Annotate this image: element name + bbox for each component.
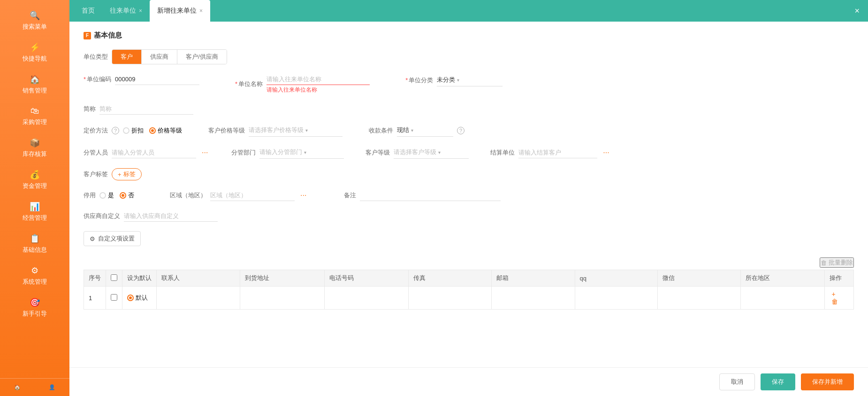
unit-code-input[interactable] bbox=[115, 74, 199, 85]
row-phone[interactable] bbox=[324, 287, 408, 310]
row-address-input[interactable] bbox=[245, 295, 319, 302]
sidebar-item-new-guide[interactable]: 🎯 新手引导 bbox=[0, 292, 69, 324]
row-region-input[interactable] bbox=[746, 295, 820, 302]
table-select-all[interactable] bbox=[111, 274, 117, 281]
pricing-discount-radio bbox=[123, 127, 129, 134]
row-phone-input[interactable] bbox=[329, 295, 404, 302]
row-region[interactable] bbox=[741, 287, 825, 310]
manager-row: 分管人员 ··· 分管部门 请输入分管部门 ▾ 客户等级 请选择客户等级 bbox=[84, 146, 854, 159]
row-contact-input[interactable] bbox=[161, 295, 235, 302]
row-default-radio-item[interactable]: 默认 bbox=[127, 294, 152, 302]
tab-new-partner-close[interactable]: × bbox=[199, 8, 203, 14]
customer-level-select[interactable]: 请选择客户等级 ▾ bbox=[394, 146, 469, 159]
save-button[interactable]: 保存 bbox=[761, 373, 795, 390]
sidebar-bottom-user[interactable]: 👤 bbox=[35, 382, 69, 392]
unit-code-label: 单位编码 bbox=[84, 75, 111, 84]
row-default-label: 默认 bbox=[136, 294, 148, 302]
cancel-button[interactable]: 取消 bbox=[719, 373, 755, 390]
supplier-custom-input[interactable] bbox=[124, 210, 218, 222]
payment-terms-help-icon[interactable]: ? bbox=[457, 127, 464, 134]
row-delete-button[interactable]: 🗑 bbox=[830, 298, 840, 305]
sidebar-item-quick-nav[interactable]: ⚡ 快捷导航 bbox=[0, 37, 69, 69]
pricing-discount-label: 折扣 bbox=[131, 126, 144, 135]
contact-table-wrap: 序号 设为默认 联系人 到货地址 电话号码 传真 邮箱 qq 微信 所在地区 操… bbox=[84, 270, 854, 310]
row-seq: 1 bbox=[84, 287, 106, 310]
add-tag-button[interactable]: + 标签 bbox=[112, 168, 142, 180]
sidebar-item-purchase[interactable]: 🛍 采购管理 bbox=[0, 101, 69, 132]
pricing-level-option[interactable]: 价格等级 bbox=[149, 126, 182, 135]
row-wechat[interactable] bbox=[657, 287, 740, 310]
disabled-no-option[interactable]: 否 bbox=[120, 191, 134, 200]
window-close-button[interactable]: × bbox=[851, 6, 863, 16]
manager-input[interactable] bbox=[112, 147, 196, 158]
col-check bbox=[106, 270, 122, 287]
payment-terms-select[interactable]: 现结 ▾ bbox=[397, 124, 453, 137]
disabled-yes-label: 是 bbox=[108, 191, 114, 200]
sidebar-bottom-home[interactable]: 🏠 bbox=[0, 382, 35, 392]
tab-partners[interactable]: 往来单位 × bbox=[102, 0, 150, 22]
custom-settings-button[interactable]: ⚙ 自定义项设置 bbox=[84, 231, 141, 246]
sidebar-item-search[interactable]: 🔍 搜索菜单 bbox=[0, 5, 69, 37]
tab-partners-close[interactable]: × bbox=[139, 8, 142, 14]
customer-price-level-select[interactable]: 请选择客户价格等级 ▾ bbox=[249, 124, 343, 137]
row-checkbox[interactable] bbox=[111, 294, 117, 301]
payment-terms-value: 现结 bbox=[397, 126, 409, 134]
row-contact[interactable] bbox=[157, 287, 240, 310]
disabled-yes-option[interactable]: 是 bbox=[99, 191, 114, 200]
row-email-input[interactable] bbox=[496, 295, 570, 302]
col-ops: 操作 bbox=[825, 270, 854, 287]
sidebar-item-finance[interactable]: 💰 资金管理 bbox=[0, 164, 69, 196]
customer-tag-label: 客户标签 bbox=[84, 170, 108, 179]
department-select[interactable]: 请输入分管部门 ▾ bbox=[259, 146, 344, 159]
tab-home[interactable]: 首页 bbox=[74, 0, 102, 22]
customer-level-field: 客户等级 请选择客户等级 ▾ bbox=[365, 146, 469, 159]
row-fax[interactable] bbox=[409, 287, 492, 310]
type-btn-customer[interactable]: 客户 bbox=[112, 50, 142, 64]
type-btn-supplier[interactable]: 供应商 bbox=[142, 50, 177, 64]
sidebar-item-basic-info[interactable]: 📋 基础信息 bbox=[0, 228, 69, 260]
row-address[interactable] bbox=[240, 287, 324, 310]
disabled-no-radio bbox=[120, 192, 126, 199]
row-add-button[interactable]: + bbox=[830, 290, 837, 298]
sidebar-item-sales[interactable]: 🏠 销售管理 bbox=[0, 69, 69, 101]
content-area: F 基本信息 单位类型 客户 供应商 客户/供应商 单位编码 bbox=[69, 22, 868, 367]
unit-type-row: 单位类型 客户 供应商 客户/供应商 bbox=[84, 49, 854, 64]
remark-input[interactable] bbox=[360, 190, 501, 201]
row-email[interactable] bbox=[492, 287, 575, 310]
settlement-more-btn[interactable]: ··· bbox=[601, 148, 611, 157]
remark-field: 备注 bbox=[344, 190, 501, 201]
pricing-method-label: 定价方法 bbox=[84, 126, 108, 135]
unit-category-select[interactable]: 未分类 ▾ bbox=[437, 74, 503, 86]
region-input[interactable] bbox=[210, 190, 295, 201]
tab-new-partner[interactable]: 新增往来单位 × bbox=[150, 0, 210, 22]
row-fax-input[interactable] bbox=[413, 295, 487, 302]
department-chevron: ▾ bbox=[304, 150, 306, 155]
row-qq[interactable] bbox=[575, 287, 657, 310]
department-label: 分管部门 bbox=[231, 148, 256, 157]
unit-category-field: 单位分类 未分类 ▾ bbox=[405, 74, 503, 86]
gear-icon: ⚙ bbox=[31, 265, 38, 276]
settlement-unit-input[interactable] bbox=[518, 147, 597, 158]
unit-name-input[interactable] bbox=[266, 74, 370, 85]
row-wechat-input[interactable] bbox=[662, 295, 736, 302]
sidebar-item-system[interactable]: ⚙ 系统管理 bbox=[0, 260, 69, 292]
batch-delete-button[interactable]: 🗑 批量删除 bbox=[820, 257, 854, 268]
pricing-help-icon[interactable]: ? bbox=[112, 127, 119, 134]
pricing-discount-option[interactable]: 折扣 bbox=[123, 126, 144, 135]
add-tag-label: 标签 bbox=[123, 170, 136, 179]
short-name-input[interactable] bbox=[99, 103, 193, 115]
manager-more-btn[interactable]: ··· bbox=[200, 148, 210, 157]
row-default-radio bbox=[127, 295, 134, 301]
sidebar-item-label: 系统管理 bbox=[23, 278, 47, 286]
sidebar-item-operations[interactable]: 📊 经营管理 bbox=[0, 196, 69, 228]
save-new-button[interactable]: 保存并新增 bbox=[801, 373, 854, 390]
region-more-btn[interactable]: ··· bbox=[298, 191, 308, 200]
unit-category-chevron: ▾ bbox=[457, 78, 459, 83]
customer-price-level-field: 客户价格等级 请选择客户价格等级 ▾ bbox=[208, 124, 343, 137]
sidebar-item-inventory[interactable]: 📦 库存核算 bbox=[0, 132, 69, 164]
row-qq-input[interactable] bbox=[580, 295, 653, 302]
type-btn-both[interactable]: 客户/供应商 bbox=[177, 50, 227, 64]
bag-icon: 🛍 bbox=[30, 106, 39, 116]
section-title: F 基本信息 bbox=[84, 31, 854, 40]
customer-level-chevron: ▾ bbox=[438, 150, 441, 155]
